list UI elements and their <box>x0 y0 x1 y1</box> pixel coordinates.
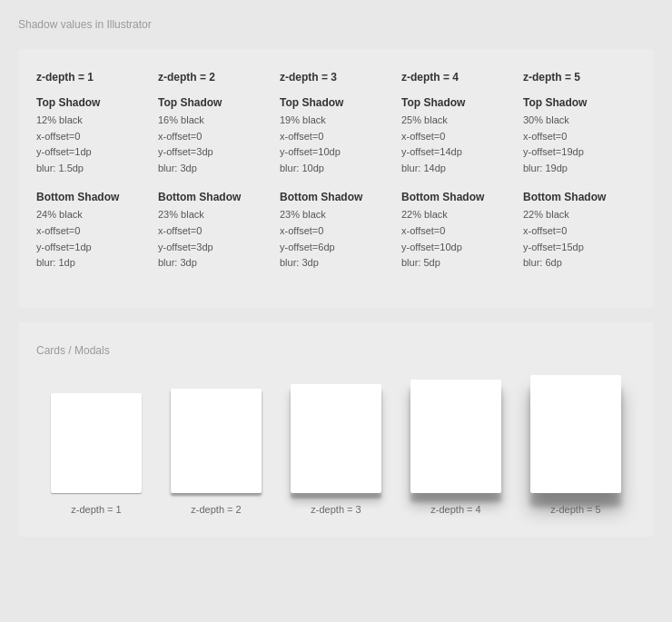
card-col-2: z-depth = 2 <box>156 389 276 515</box>
top-shadow-title-1: Top Shadow <box>36 96 140 109</box>
card-box-3 <box>291 384 381 493</box>
zdepth-label-1: z-depth = 1 <box>36 71 140 84</box>
card-box-5 <box>530 375 621 493</box>
page-title: Shadow values in Illustrator <box>18 18 654 31</box>
bottom-shadow-detail-1: 24% blackx-offset=0y-offset=1dpblur: 1dp <box>36 207 140 271</box>
top-shadow-group-2: Top Shadow16% blackx-offset=0y-offset=3d… <box>158 96 262 176</box>
cards-section-label: Cards / Modals <box>36 344 636 357</box>
shadow-col-4: z-depth = 4Top Shadow25% blackx-offset=0… <box>392 71 514 286</box>
top-shadow-title-4: Top Shadow <box>401 96 505 109</box>
bottom-shadow-title-2: Bottom Shadow <box>158 191 262 203</box>
shadow-col-1: z-depth = 1Top Shadow12% blackx-offset=0… <box>36 71 149 286</box>
bottom-shadow-group-4: Bottom Shadow22% blackx-offset=0y-offset… <box>401 191 505 271</box>
bottom-shadow-group-2: Bottom Shadow23% blackx-offset=0y-offset… <box>158 191 262 271</box>
top-shadow-detail-2: 16% blackx-offset=0y-offset=3dpblur: 3dp <box>158 113 262 176</box>
top-shadow-detail-3: 19% blackx-offset=0y-offset=10dpblur: 10… <box>280 113 383 176</box>
card-col-4: z-depth = 4 <box>396 380 516 515</box>
bottom-shadow-title-1: Bottom Shadow <box>36 191 140 203</box>
top-shadow-detail-4: 25% blackx-offset=0y-offset=14dpblur: 14… <box>401 113 505 176</box>
zdepth-label-3: z-depth = 3 <box>280 71 383 84</box>
cards-row: z-depth = 1z-depth = 2z-depth = 3z-depth… <box>36 375 636 515</box>
card-label-2: z-depth = 2 <box>191 504 241 515</box>
card-label-3: z-depth = 3 <box>311 504 361 515</box>
top-shadow-detail-5: 30% blackx-offset=0y-offset=19dpblur: 19… <box>523 113 627 176</box>
card-label-4: z-depth = 4 <box>430 504 480 515</box>
bottom-shadow-title-3: Bottom Shadow <box>280 191 383 203</box>
card-col-1: z-depth = 1 <box>36 393 156 515</box>
bottom-shadow-group-3: Bottom Shadow23% blackx-offset=0y-offset… <box>280 191 383 271</box>
card-col-5: z-depth = 5 <box>516 375 636 515</box>
top-shadow-group-3: Top Shadow19% blackx-offset=0y-offset=10… <box>280 96 383 176</box>
shadow-col-2: z-depth = 2Top Shadow16% blackx-offset=0… <box>149 71 271 286</box>
bottom-shadow-detail-2: 23% blackx-offset=0y-offset=3dpblur: 3dp <box>158 207 262 271</box>
bottom-shadow-detail-5: 22% blackx-offset=0y-offset=15dpblur: 6d… <box>523 207 627 271</box>
bottom-shadow-group-5: Bottom Shadow22% blackx-offset=0y-offset… <box>523 191 627 271</box>
card-box-4 <box>410 380 501 493</box>
bottom-shadow-title-4: Bottom Shadow <box>401 191 505 203</box>
card-label-1: z-depth = 1 <box>71 504 121 515</box>
shadow-table: z-depth = 1Top Shadow12% blackx-offset=0… <box>36 71 636 286</box>
bottom-shadow-detail-3: 23% blackx-offset=0y-offset=6dpblur: 3dp <box>280 207 383 271</box>
shadow-col-3: z-depth = 3Top Shadow19% blackx-offset=0… <box>271 71 392 286</box>
top-shadow-group-5: Top Shadow30% blackx-offset=0y-offset=19… <box>523 96 627 176</box>
card-col-3: z-depth = 3 <box>276 384 396 515</box>
card-label-5: z-depth = 5 <box>550 504 600 515</box>
top-shadow-group-4: Top Shadow25% blackx-offset=0y-offset=14… <box>401 96 505 176</box>
top-shadow-group-1: Top Shadow12% blackx-offset=0y-offset=1d… <box>36 96 140 176</box>
shadow-col-5: z-depth = 5Top Shadow30% blackx-offset=0… <box>514 71 636 286</box>
cards-section: Cards / Modals z-depth = 1z-depth = 2z-d… <box>18 322 654 537</box>
zdepth-label-2: z-depth = 2 <box>158 71 262 84</box>
bottom-shadow-detail-4: 22% blackx-offset=0y-offset=10dpblur: 5d… <box>401 207 505 271</box>
card-box-1 <box>51 393 142 493</box>
zdepth-label-4: z-depth = 4 <box>401 71 505 84</box>
top-shadow-title-5: Top Shadow <box>523 96 627 109</box>
top-shadow-title-2: Top Shadow <box>158 96 262 109</box>
zdepth-label-5: z-depth = 5 <box>523 71 627 84</box>
top-shadow-detail-1: 12% blackx-offset=0y-offset=1dpblur: 1.5… <box>36 113 140 176</box>
top-shadow-title-3: Top Shadow <box>280 96 383 109</box>
card-box-2 <box>171 389 262 493</box>
bottom-shadow-title-5: Bottom Shadow <box>523 191 627 203</box>
bottom-shadow-group-1: Bottom Shadow24% blackx-offset=0y-offset… <box>36 191 140 271</box>
shadow-section: z-depth = 1Top Shadow12% blackx-offset=0… <box>18 49 654 308</box>
